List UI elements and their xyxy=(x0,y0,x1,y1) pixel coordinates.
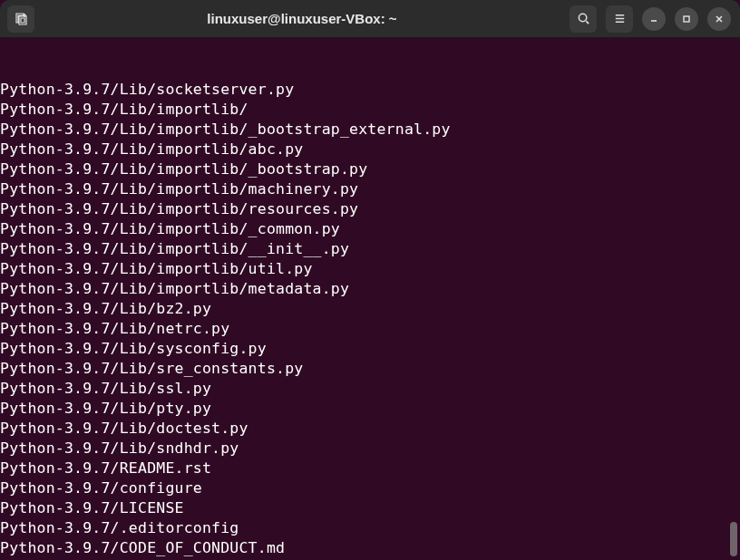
window-titlebar: linuxuser@linuxuser-VBox: ~ xyxy=(0,0,740,38)
titlebar-right-group xyxy=(570,5,735,33)
svg-line-1 xyxy=(586,21,589,24)
terminal-line: Python-3.9.7/configure xyxy=(0,478,740,498)
terminal-line: Python-3.9.7/CODE_OF_CONDUCT.md xyxy=(0,538,740,558)
terminal-line: Python-3.9.7/Lib/importlib/_bootstrap_ex… xyxy=(0,120,740,140)
terminal-output: Python-3.9.7/Lib/socketserver.pyPython-3… xyxy=(0,80,740,560)
hamburger-icon xyxy=(613,12,627,25)
scrollbar-thumb[interactable] xyxy=(730,522,737,556)
terminal-line: Python-3.9.7/Lib/importlib/_common.py xyxy=(0,219,740,239)
terminal-line: Python-3.9.7/Lib/importlib/ xyxy=(0,100,740,120)
svg-rect-6 xyxy=(684,16,689,22)
terminal-line: Python-3.9.7/Lib/doctest.py xyxy=(0,419,740,439)
terminal-line: Python-3.9.7/Lib/ssl.py xyxy=(0,379,740,399)
close-button[interactable] xyxy=(707,7,731,31)
search-icon xyxy=(577,12,590,25)
terminal-line: Python-3.9.7/Lib/importlib/abc.py xyxy=(0,140,740,159)
menu-button[interactable] xyxy=(606,5,633,33)
terminal-line: Python-3.9.7/Lib/importlib/resources.py xyxy=(0,199,740,219)
terminal-line: Python-3.9.7/Lib/pty.py xyxy=(0,399,740,419)
terminal-line: Python-3.9.7/Lib/importlib/machinery.py xyxy=(0,179,740,199)
minimize-button[interactable] xyxy=(642,7,666,31)
terminal-viewport[interactable]: Python-3.9.7/Lib/socketserver.pyPython-3… xyxy=(0,38,740,560)
search-button[interactable] xyxy=(570,5,597,33)
terminal-line: Python-3.9.7/Lib/socketserver.py xyxy=(0,80,740,100)
terminal-line: Python-3.9.7/README.rst xyxy=(0,459,740,478)
new-tab-icon xyxy=(14,12,28,26)
terminal-line: Python-3.9.7/Lib/sndhdr.py xyxy=(0,439,740,459)
terminal-line: Python-3.9.7/Lib/bz2.py xyxy=(0,299,740,319)
terminal-line: Python-3.9.7/Lib/importlib/__init__.py xyxy=(0,239,740,259)
maximize-button[interactable] xyxy=(675,7,698,31)
terminal-line: Python-3.9.7/.editorconfig xyxy=(0,518,740,538)
terminal-line: Python-3.9.7/Lib/importlib/util.py xyxy=(0,259,740,279)
terminal-line: Python-3.9.7/Lib/sre_constants.py xyxy=(0,359,740,379)
svg-point-0 xyxy=(579,14,586,21)
window-title: linuxuser@linuxuser-VBox: ~ xyxy=(42,11,562,26)
terminal-line: Python-3.9.7/Lib/importlib/metadata.py xyxy=(0,279,740,299)
terminal-line: Python-3.9.7/LICENSE xyxy=(0,498,740,518)
new-tab-button[interactable] xyxy=(7,5,34,33)
close-icon xyxy=(714,14,725,24)
titlebar-left-group xyxy=(5,5,34,33)
maximize-icon xyxy=(681,14,692,24)
minimize-icon xyxy=(648,14,659,24)
terminal-line: Python-3.9.7/Lib/sysconfig.py xyxy=(0,339,740,359)
terminal-line: Python-3.9.7/Lib/netrc.py xyxy=(0,319,740,339)
terminal-line: Python-3.9.7/Lib/importlib/_bootstrap.py xyxy=(0,159,740,179)
